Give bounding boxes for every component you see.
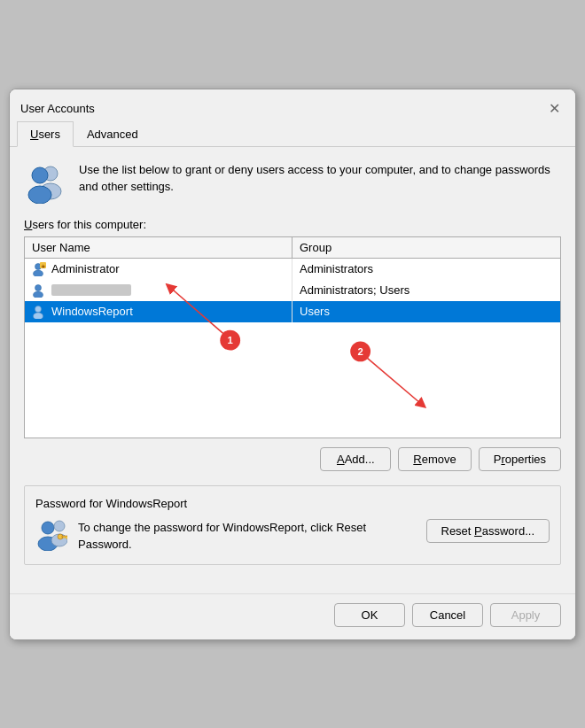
svg-point-11	[34, 313, 43, 319]
password-inner: To change the password for WindowsReport…	[35, 519, 550, 554]
cell-username: WindowsReport	[25, 301, 292, 322]
user-row-icon	[32, 305, 46, 319]
tab-advanced[interactable]: Advanced	[74, 121, 152, 147]
user-table: User Name Group ★ Administ	[24, 236, 561, 438]
svg-point-9	[34, 291, 43, 298]
table-row-selected[interactable]: WindowsReport Users	[25, 301, 560, 322]
cell-username	[25, 280, 292, 301]
reset-password-button[interactable]: Reset Password...	[426, 519, 550, 543]
properties-button[interactable]: Properties	[479, 447, 561, 471]
table-row[interactable]: ★ Administrator Administrators	[25, 259, 560, 280]
remove-button[interactable]: Remove	[398, 447, 471, 471]
svg-point-20	[54, 521, 65, 531]
col-group: Group	[292, 237, 560, 258]
password-section-title: Password for WindowsReport	[35, 497, 550, 510]
col-username: User Name	[25, 237, 292, 258]
table-body: ★ Administrator Administrators	[25, 259, 560, 438]
info-row: Use the list below to grant or deny user…	[24, 161, 561, 204]
info-text: Use the list below to grant or deny user…	[79, 161, 561, 196]
password-description: To change the password for WindowsReport…	[78, 519, 416, 554]
table-row[interactable]: Administrators; Users	[25, 280, 560, 301]
svg-rect-25	[64, 537, 66, 538]
apply-button[interactable]: Apply	[490, 603, 561, 627]
svg-point-10	[35, 306, 42, 312]
users-section-label: Users for this computer:	[24, 218, 561, 231]
table-empty-space	[25, 322, 560, 438]
title-bar: User Accounts ✕	[10, 89, 575, 121]
cell-group: Administrators; Users	[292, 280, 560, 301]
window-title: User Accounts	[20, 102, 95, 115]
svg-rect-24	[66, 537, 67, 539]
svg-point-5	[34, 270, 43, 276]
password-section: Password for WindowsReport To change the…	[24, 485, 561, 565]
tabs-bar: Users Advanced	[10, 121, 575, 147]
cell-username: ★ Administrator	[25, 259, 292, 280]
add-button[interactable]: AAdd...	[320, 447, 391, 471]
user-row-icon	[32, 283, 46, 298]
blurred-username	[51, 284, 131, 296]
cell-group: Users	[292, 301, 560, 322]
password-user-icon	[35, 519, 67, 551]
tab-users[interactable]: Users	[17, 121, 74, 147]
close-button[interactable]: ✕	[543, 98, 565, 120]
tab-content: Use the list below to grant or deny user…	[10, 147, 575, 593]
svg-point-3	[28, 186, 51, 204]
user-table-container: User Name Group ★ Administ	[24, 236, 561, 438]
user-action-buttons: AAdd... Remove Properties	[24, 447, 561, 471]
svg-point-2	[32, 167, 48, 183]
user-row-icon: ★	[32, 262, 46, 276]
reset-password-btn-wrap: Reset Password...	[426, 519, 550, 543]
cell-group: Administrators	[292, 259, 560, 280]
cancel-button[interactable]: Cancel	[412, 603, 483, 627]
footer-buttons: OK Cancel Apply	[10, 593, 575, 639]
info-users-icon	[24, 161, 66, 204]
svg-point-18	[42, 522, 54, 534]
table-header: User Name Group	[25, 237, 560, 259]
svg-point-8	[35, 284, 42, 290]
ok-button[interactable]: OK	[334, 603, 405, 627]
user-accounts-window: User Accounts ✕ Users Advanced Use the l…	[9, 89, 576, 640]
